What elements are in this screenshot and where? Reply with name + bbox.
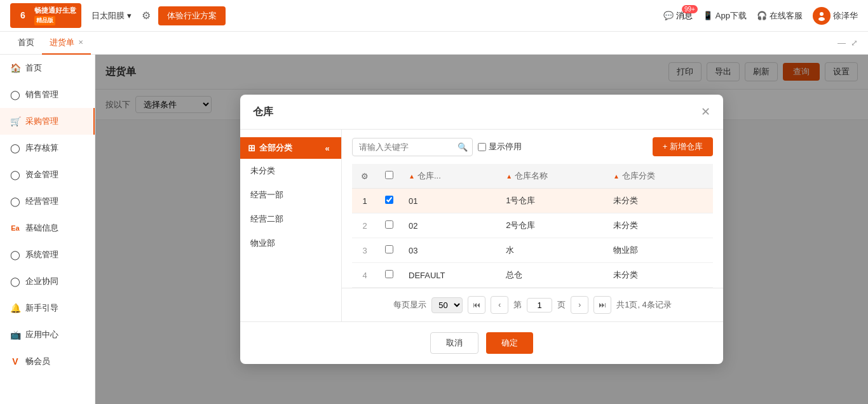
close-icon[interactable]: ✕ [701, 105, 710, 119]
sidebar-item-app-center[interactable]: 📺 应用中心 [0, 321, 95, 348]
header-right: 💬 消息 99+ 📱 App下载 🎧 在线客服 徐泽华 [663, 7, 858, 25]
pagination: 每页显示 50 ⏮ ‹ 第 页 › ⏭ 共1页, 4条记录 [342, 288, 723, 321]
per-page-select[interactable]: 50 [431, 297, 463, 313]
user-menu[interactable]: 徐泽华 [813, 7, 858, 25]
chevron-down-icon: ▾ [127, 11, 132, 20]
message-icon: 💬 [663, 11, 674, 20]
col-checkbox [377, 164, 401, 189]
modal-title: 仓库 [253, 105, 273, 119]
search-input[interactable] [352, 138, 473, 156]
tab-home[interactable]: 首页 [10, 32, 42, 55]
next-page-btn[interactable]: › [571, 296, 588, 314]
per-page-label: 每页显示 [393, 299, 426, 311]
sidebar-item-sales[interactable]: ◯ 销售管理 [0, 81, 95, 108]
sidebar-item-basic-info[interactable]: Ea 基础信息 [0, 215, 95, 241]
app-download[interactable]: 📱 App下载 [703, 10, 747, 22]
page-input[interactable] [527, 298, 552, 313]
show-disabled-label[interactable]: 显示停用 [478, 141, 522, 152]
row-name: 1号仓库 [498, 189, 606, 213]
gear-icon[interactable]: ⚙ [142, 10, 151, 22]
online-service[interactable]: 🎧 在线客服 [757, 10, 803, 22]
table-row[interactable]: 3 03 水 物业部 [352, 238, 713, 263]
sidebar-item-home[interactable]: 🏠 首页 [0, 55, 95, 81]
settings-icon[interactable]: ⚙ [361, 172, 369, 181]
notification-badge: 99+ [682, 5, 698, 13]
row-name: 水 [498, 238, 606, 263]
guide-icon: 🔔 [10, 303, 20, 313]
row-checkbox[interactable] [385, 245, 393, 253]
sidebar-category-dept1[interactable]: 经营一部 [240, 183, 341, 207]
header: 6 畅捷通好生意 精品版 日太阳膜 ▾ ⚙ 体验行业方案 💬 消息 99+ 📱 … [0, 0, 868, 32]
page-label: 第 [513, 299, 522, 311]
inventory-icon: ◯ [10, 143, 20, 153]
sidebar-item-operations[interactable]: ◯ 经营管理 [0, 188, 95, 215]
modal-overlay: 仓库 ✕ ⊞ 全部分类 « 未分类 经营一部 经营二部 [95, 55, 868, 404]
prev-page-btn[interactable]: ‹ [491, 296, 508, 314]
sidebar-item-finance[interactable]: ◯ 资金管理 [0, 161, 95, 188]
modal-header: 仓库 ✕ [240, 95, 723, 130]
cancel-button[interactable]: 取消 [430, 332, 478, 354]
basic-info-icon: Ea [10, 223, 20, 233]
collapse-icon[interactable]: « [321, 144, 334, 153]
row-code: DEFAULT [401, 263, 498, 288]
col-category-header: ▲ 仓库分类 [606, 164, 713, 189]
logo-badge: 精品版 [34, 16, 55, 25]
col-name-header: ▲ 仓库名称 [498, 164, 606, 189]
row-category: 未分类 [606, 263, 713, 288]
app-center-icon: 📺 [10, 330, 20, 340]
logo-text: 畅捷通好生意 精品版 [34, 6, 76, 25]
sidebar-item-purchase[interactable]: 🛒 采购管理 [0, 108, 95, 135]
sidebar-category-property[interactable]: 物业部 [240, 231, 341, 255]
trial-button[interactable]: 体验行业方案 [158, 6, 226, 25]
nav-tabs: 首页 进货单 ✕ — ⤢ [0, 32, 868, 55]
confirm-button[interactable]: 确定 [486, 332, 533, 354]
row-name: 2号仓库 [498, 213, 606, 238]
page-unit: 页 [557, 299, 566, 311]
sidebar-item-inventory[interactable]: ◯ 库存核算 [0, 135, 95, 161]
select-all-checkbox[interactable] [385, 171, 393, 179]
row-category: 物业部 [606, 238, 713, 263]
row-number: 4 [352, 263, 377, 288]
sidebar-item-membership[interactable]: V 畅会员 [0, 348, 95, 375]
first-page-btn[interactable]: ⏮ [468, 296, 485, 314]
notification-item[interactable]: 💬 消息 99+ [663, 10, 693, 22]
modal-body: ⊞ 全部分类 « 未分类 经营一部 经营二部 物业部 [240, 130, 723, 321]
avatar [813, 7, 831, 25]
all-categories-item[interactable]: ⊞ 全部分类 « [240, 137, 341, 159]
operations-icon: ◯ [10, 196, 20, 206]
store-selector[interactable]: 日太阳膜 ▾ [92, 10, 134, 22]
tab-close-icon[interactable]: ✕ [78, 39, 83, 46]
logo[interactable]: 6 畅捷通好生意 精品版 [10, 3, 81, 27]
sidebar-item-enterprise[interactable]: ◯ 企业协同 [0, 268, 95, 295]
table-row[interactable]: 2 02 2号仓库 未分类 [352, 213, 713, 238]
home-icon: 🏠 [10, 63, 20, 73]
membership-icon: V [10, 356, 20, 367]
sales-icon: ◯ [10, 90, 20, 100]
row-checkbox-cell [377, 189, 401, 213]
tab-purchase[interactable]: 进货单 ✕ [42, 32, 91, 55]
sort-icon3: ▲ [613, 173, 620, 180]
modal-toolbar: 🔍 显示停用 + 新增仓库 [342, 130, 723, 164]
row-category: 未分类 [606, 189, 713, 213]
main-layout: 🏠 首页 ◯ 销售管理 🛒 采购管理 ◯ 库存核算 ◯ 资金管理 ◯ 经营管理 … [0, 55, 868, 404]
sidebar-category-dept2[interactable]: 经营二部 [240, 207, 341, 231]
sidebar-category-unclassified[interactable]: 未分类 [240, 159, 341, 183]
table-row[interactable]: 1 01 1号仓库 未分类 [352, 189, 713, 213]
add-warehouse-button[interactable]: + 新增仓库 [653, 137, 713, 156]
search-icon[interactable]: 🔍 [458, 142, 468, 152]
show-disabled-checkbox[interactable] [478, 143, 486, 151]
row-checkbox[interactable] [385, 196, 393, 204]
svg-point-0 [820, 12, 824, 16]
sidebar-item-guide[interactable]: 🔔 新手引导 [0, 295, 95, 321]
sidebar-item-system[interactable]: ◯ 系统管理 [0, 241, 95, 268]
row-checkbox[interactable] [385, 220, 393, 229]
maximize-icon[interactable]: ⤢ [851, 38, 858, 48]
row-checkbox[interactable] [385, 270, 393, 278]
table-row[interactable]: 4 DEFAULT 总仓 未分类 [352, 263, 713, 288]
app-icon: 📱 [703, 11, 713, 20]
col-gear: ⚙ [352, 164, 377, 189]
row-checkbox-cell [377, 213, 401, 238]
last-page-btn[interactable]: ⏭ [593, 296, 611, 314]
minimize-icon[interactable]: — [837, 38, 846, 48]
search-field: 🔍 [352, 138, 473, 156]
